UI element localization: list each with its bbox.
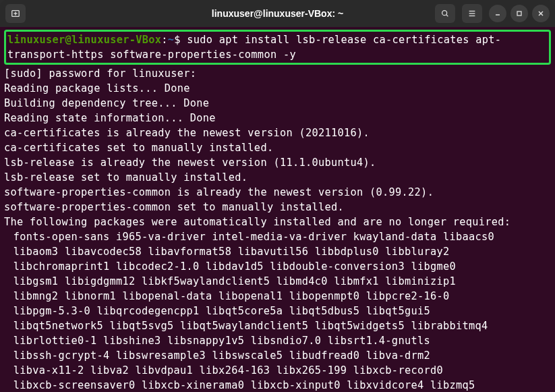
output-line: software-properties-common is already th… <box>4 185 551 200</box>
output-line: software-properties-common set to manual… <box>4 200 551 215</box>
output-line: ca-certificates set to manually installe… <box>4 140 551 155</box>
output-line: lsb-release is already the newest versio… <box>4 155 551 170</box>
maximize-button[interactable] <box>510 5 528 22</box>
prompt-path: ~ <box>168 34 175 46</box>
prompt-symbol: $ <box>174 34 187 46</box>
output-line: lsb-release set to manually installed. <box>4 170 551 185</box>
package-lines: fonts-open-sans i965-va-driver intel-med… <box>4 229 551 392</box>
package-line: libpgm-5.3-0 libqrcodegencpp1 libqt5core… <box>4 304 551 318</box>
output-line: ca-certificates is already the newest ve… <box>4 125 551 140</box>
package-line: libaom3 libavcodec58 libavformat58 libav… <box>4 244 551 259</box>
close-button[interactable] <box>532 5 550 22</box>
output-line: Reading package lists... Done <box>4 81 551 96</box>
window-title: linuxuser@linuxuser-VBox: ~ <box>212 8 343 19</box>
titlebar-left <box>5 4 28 23</box>
package-line: libssh-gcrypt-4 libswresample3 libswscal… <box>4 348 551 363</box>
output-line: Building dependency tree... Done <box>4 96 551 111</box>
svg-rect-9 <box>517 11 521 16</box>
titlebar: linuxuser@linuxuser-VBox: ~ <box>0 0 555 27</box>
hamburger-icon <box>467 9 477 18</box>
package-line: libqt5network5 libqt5svg5 libqt5waylandc… <box>4 318 551 333</box>
new-tab-button[interactable] <box>5 4 26 23</box>
prompt-separator: : <box>161 34 168 46</box>
close-icon <box>537 10 544 17</box>
svg-point-3 <box>442 11 447 16</box>
package-line: librlottie0-1 libshine3 libsnappy1v5 lib… <box>4 333 551 348</box>
output-line: Reading state information... Done <box>4 111 551 125</box>
package-line: libgsm1 libigdgmm12 libkf5waylandclient5… <box>4 274 551 289</box>
titlebar-right <box>435 4 550 23</box>
output-line: The following packages were automaticall… <box>4 215 551 229</box>
maximize-icon <box>516 10 523 17</box>
package-line: fonts-open-sans i965-va-driver intel-med… <box>4 229 551 244</box>
search-icon <box>440 9 450 18</box>
search-button[interactable] <box>435 4 455 23</box>
command-highlight-box: linuxuser@linuxuser-VBox:~$ sudo apt ins… <box>4 30 551 65</box>
menu-button[interactable] <box>462 4 482 23</box>
package-line: libmng2 libnorm1 libopenal-data libopena… <box>4 289 551 304</box>
new-tab-icon <box>11 9 20 18</box>
minimize-icon <box>494 10 501 17</box>
output-line: [sudo] password for linuxuser: <box>4 66 551 81</box>
prompt-user-host: linuxuser@linuxuser-VBox <box>7 34 161 46</box>
package-line: libxcb-screensaver0 libxcb-xinerama0 lib… <box>4 378 551 392</box>
svg-line-4 <box>446 15 448 17</box>
output-lines: [sudo] password for linuxuser:Reading pa… <box>4 66 551 229</box>
terminal-body[interactable]: linuxuser@linuxuser-VBox:~$ sudo apt ins… <box>0 27 555 392</box>
package-line: libchromaprint1 libcodec2-1.0 libdav1d5 … <box>4 259 551 274</box>
minimize-button[interactable] <box>489 5 506 22</box>
package-line: libva-x11-2 libva2 libvdpau1 libx264-163… <box>4 363 551 378</box>
